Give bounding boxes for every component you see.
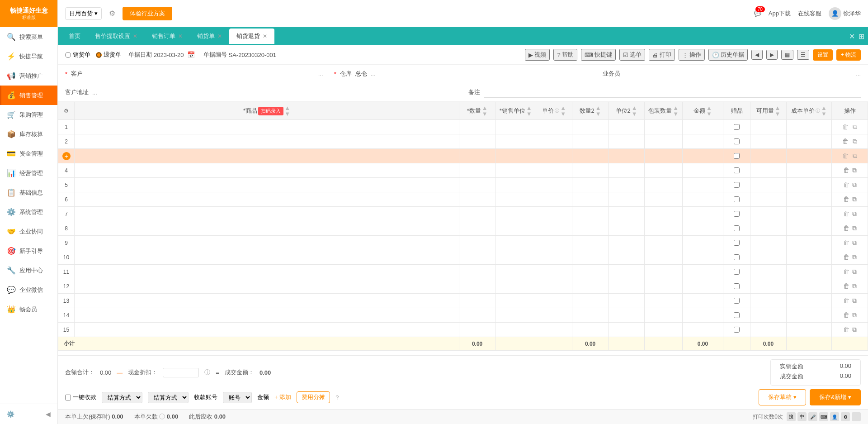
gift-checkbox[interactable] — [734, 124, 740, 130]
unit2-cell[interactable] — [609, 149, 645, 163]
fee-split-btn[interactable]: 费用分摊 — [297, 391, 330, 403]
copy-row-btn[interactable]: ⧉ — [851, 238, 858, 248]
amount-cell[interactable] — [683, 134, 723, 149]
list-view-btn[interactable]: ☰ — [797, 50, 809, 60]
settings-btn[interactable]: 设置 — [813, 49, 833, 61]
unit2-cell[interactable] — [609, 120, 645, 134]
calc-method-select[interactable]: 结算方式 — [148, 392, 189, 403]
delete-row-btn[interactable]: 🗑 — [842, 310, 851, 319]
gift-checkbox[interactable] — [734, 298, 740, 304]
copy-row-btn[interactable]: ⧉ — [851, 122, 859, 132]
product-cell[interactable] — [75, 134, 459, 149]
copy-row-btn[interactable]: ⧉ — [851, 224, 858, 233]
gift-checkbox[interactable] — [734, 167, 740, 173]
avail-cell[interactable] — [750, 134, 787, 149]
chevron-down-icon[interactable]: ▾ — [848, 394, 851, 400]
experience-btn[interactable]: 体验行业方案 — [123, 7, 172, 20]
print-count-label[interactable]: 打印次数0次 — [753, 413, 783, 421]
message-btn[interactable]: 💬 70 — [754, 10, 761, 17]
more-icon[interactable]: ⋯ — [852, 412, 861, 421]
sidebar-item-finance[interactable]: 💳 资金管理 — [0, 144, 57, 163]
mic-icon[interactable]: 🎤 — [808, 412, 817, 421]
operation-btn[interactable]: ⋮ 操作 — [679, 49, 705, 61]
delete-row-btn[interactable]: 🗑 — [842, 267, 851, 276]
product-input[interactable] — [78, 152, 455, 159]
sidebar-item-shortcut[interactable]: ⚡ 快捷导航 — [0, 47, 57, 66]
save-draft-btn[interactable]: 保存草稿 ▾ — [759, 389, 806, 405]
gift-cell[interactable] — [723, 149, 750, 163]
sidebar-item-enterprise[interactable]: 🤝 企业协同 — [0, 222, 57, 241]
copy-row-btn[interactable]: ⧉ — [851, 151, 859, 161]
tab-sales-return[interactable]: 销货退货 ✕ — [229, 29, 274, 44]
copy-row-btn[interactable]: ⧉ — [851, 137, 859, 146]
copy-row-btn[interactable]: ⧉ — [851, 252, 858, 262]
cost-cell[interactable] — [787, 149, 832, 163]
th-pack-sortable[interactable]: 包装数量 ▲▼ — [648, 105, 679, 117]
copy-row-btn[interactable]: ⧉ — [851, 209, 858, 219]
delete-row-btn[interactable]: 🗑 — [842, 224, 851, 233]
print-btn[interactable]: 🖨 打印 — [649, 49, 675, 61]
tab-home[interactable]: 首页 — [61, 29, 88, 44]
tab-close-all-btn[interactable]: ✕ — [849, 32, 855, 41]
remark-input[interactable] — [484, 87, 861, 98]
calendar-icon[interactable]: 📅 — [186, 50, 196, 59]
pack-cell[interactable] — [645, 134, 683, 149]
save-new-btn[interactable]: 保存&新增 ▾ — [810, 389, 861, 405]
next-record-btn[interactable]: ▶ — [766, 50, 778, 60]
warehouse-dots[interactable]: ... — [371, 71, 376, 77]
copy-row-btn[interactable]: ⧉ — [851, 180, 858, 190]
fee-help-icon[interactable]: ? — [335, 394, 339, 401]
th-qty2-sortable[interactable]: 数量2 ▲▼ — [576, 105, 604, 117]
gift-cell[interactable] — [723, 120, 750, 134]
qty-cell[interactable] — [459, 134, 495, 149]
product-cell[interactable] — [75, 120, 459, 134]
copy-row-btn[interactable]: ⧉ — [851, 195, 858, 204]
tab-sales-order[interactable]: 销售订单 ✕ — [145, 29, 190, 44]
qty-cell[interactable] — [459, 120, 495, 134]
delete-row-btn[interactable]: 🗑 — [841, 137, 850, 146]
cost-cell[interactable] — [787, 120, 832, 134]
user-icon[interactable]: 👤 — [830, 412, 839, 421]
gift-checkbox[interactable] — [734, 269, 740, 275]
gift-checkbox[interactable] — [734, 312, 740, 318]
select-order-btn[interactable]: ☑ 选单 — [619, 49, 645, 61]
account-select[interactable]: 账号 — [223, 392, 252, 403]
collapse-btn[interactable]: ◀ — [44, 410, 52, 419]
price-info-icon[interactable]: ⓘ — [555, 108, 559, 114]
th-unit2-sortable[interactable]: 单位2 ▲▼ — [612, 105, 641, 117]
gift-checkbox[interactable] — [734, 254, 740, 260]
delete-row-btn[interactable]: 🗑 — [841, 122, 850, 131]
industry-select[interactable]: 日用百货 ▾ — [65, 7, 102, 20]
sidebar-item-inventory[interactable]: 📦 库存核算 — [0, 124, 57, 144]
tab-close-icon[interactable]: ✕ — [217, 33, 222, 39]
price-cell[interactable] — [536, 134, 572, 149]
radio-return-input[interactable] — [96, 52, 102, 58]
unit-cell[interactable] — [495, 149, 536, 163]
delete-row-btn[interactable]: 🗑 — [842, 180, 851, 189]
qty2-cell[interactable] — [572, 134, 609, 149]
sidebar-item-wechat[interactable]: 💬 企业微信 — [0, 280, 57, 300]
radio-sales[interactable]: 销货单 — [65, 51, 90, 59]
delete-row-btn[interactable]: 🗑 — [842, 195, 851, 204]
video-btn[interactable]: ▶ 视频 — [525, 49, 550, 61]
customer-dots[interactable]: ... — [318, 71, 323, 77]
gift-checkbox[interactable] — [734, 138, 740, 144]
product-cell-active[interactable] — [75, 149, 459, 163]
sidebar-item-member[interactable]: 👑 畅会员 — [0, 300, 57, 319]
online-service-link[interactable]: 在线客服 — [798, 10, 821, 18]
copy-row-btn[interactable]: ⧉ — [851, 310, 858, 320]
history-btn[interactable]: 🕐 历史单据 — [708, 49, 748, 61]
th-cost-sortable[interactable]: 成本单价 ⓘ ▲▼ — [790, 105, 828, 117]
logistics-btn[interactable]: + 物流 — [836, 49, 861, 61]
tab-close-icon[interactable]: ✕ — [133, 33, 137, 39]
settings-icon[interactable]: ⚙ — [841, 412, 850, 421]
address-dots[interactable]: ... — [92, 89, 97, 96]
gift-cell[interactable] — [723, 134, 750, 149]
sidebar-item-guide[interactable]: 🎯 新手引导 — [0, 241, 57, 261]
gift-checkbox[interactable] — [734, 240, 740, 246]
th-settings[interactable]: ⚙ — [58, 102, 75, 120]
copy-row-btn[interactable]: ⧉ — [851, 325, 858, 334]
shortcut-btn[interactable]: ⌨ 快捷键 — [581, 49, 616, 61]
discount-input[interactable] — [163, 368, 199, 377]
salesperson-input[interactable] — [624, 68, 852, 79]
